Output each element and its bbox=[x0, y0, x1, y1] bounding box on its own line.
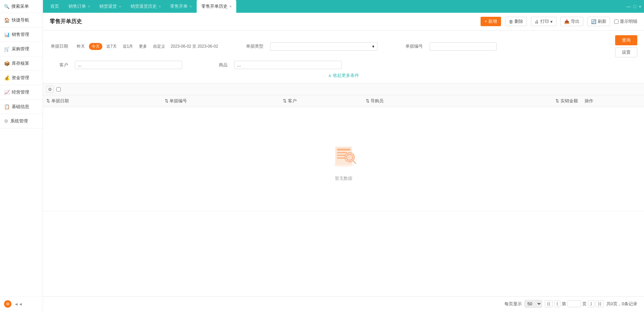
col-action: 操作 bbox=[581, 95, 644, 107]
customer-filter-label: 客户 bbox=[50, 62, 68, 68]
sidebar-item-label: 销售管理 bbox=[12, 32, 29, 38]
sort-icon[interactable]: ⇅ bbox=[366, 98, 369, 103]
empty-state: 暂无数据 bbox=[46, 110, 641, 208]
tab-sales-return-label: 销货退货 bbox=[99, 3, 117, 9]
sidebar-item-basic-info[interactable]: 📋 基础信息 bbox=[0, 100, 43, 114]
date-btn-custom[interactable]: 自定义 bbox=[151, 43, 167, 50]
tab-sales-order[interactable]: 销售订单 × bbox=[64, 0, 95, 13]
tab-bar: 首页 销售订单 × 销货退货 × 销货退货历史 × 零售开单 × 零售开单历史 … bbox=[43, 0, 644, 13]
tab-sales-return-history[interactable]: 销货退货历史 × bbox=[126, 0, 165, 13]
sort-icon[interactable]: ⇅ bbox=[283, 98, 287, 103]
sidebar-item-sales-mgmt[interactable]: 📊 销售管理 bbox=[0, 28, 43, 42]
sidebar-item-quick-nav[interactable]: 🏠 快捷导航 bbox=[0, 13, 43, 28]
sidebar-item-finance[interactable]: 💰 资金管理 bbox=[0, 71, 43, 85]
inventory-icon: 📦 bbox=[4, 61, 10, 66]
home-icon: 🏠 bbox=[4, 17, 10, 23]
sort-icon[interactable]: ⇅ bbox=[555, 98, 559, 103]
print-icon: 🖨 bbox=[535, 19, 539, 24]
sidebar-search[interactable]: 🔍 搜索采单 bbox=[0, 0, 43, 13]
filter-area: 单据日期 昨天 今天 近7天 近1月 更多 自定义 2023-06-02 至 2… bbox=[43, 31, 644, 84]
purchase-icon: 🛒 bbox=[4, 46, 10, 52]
per-page-label: 每页显示 bbox=[504, 301, 522, 307]
last-page-button[interactable]: ⟩⟩ bbox=[596, 300, 604, 307]
add-button[interactable]: + 新增 bbox=[481, 17, 501, 26]
select-all-checkbox[interactable] bbox=[56, 87, 61, 92]
page-total: 共0页，0条记录 bbox=[606, 301, 637, 307]
svg-rect-2 bbox=[337, 149, 350, 151]
query-button[interactable]: 查询 bbox=[615, 35, 637, 45]
sidebar-bottom: ⚙ ◄◄ bbox=[0, 297, 43, 311]
svg-rect-5 bbox=[337, 157, 345, 159]
table-settings-icon[interactable]: ⚙ bbox=[46, 86, 54, 93]
goods-filter-select[interactable]: ... bbox=[234, 61, 342, 69]
sales-icon: 📊 bbox=[4, 32, 10, 37]
collapse-filter-label: 收起更多条件 bbox=[333, 72, 359, 79]
restore-button[interactable]: □ bbox=[634, 4, 636, 9]
goods-select-value: ... bbox=[237, 62, 241, 67]
date-filter-label: 单据日期 bbox=[50, 43, 68, 49]
tab-retail-open-history-close[interactable]: × bbox=[230, 4, 232, 8]
tab-retail-open[interactable]: 零售开单 × bbox=[165, 0, 196, 13]
refresh-icon: 🔄 bbox=[591, 19, 596, 24]
settings-button[interactable]: ⚙ bbox=[4, 300, 11, 308]
display-detail-input[interactable] bbox=[614, 19, 618, 24]
date-btn-yesterday[interactable]: 昨天 bbox=[75, 43, 87, 50]
sidebar-item-label: 库存核算 bbox=[12, 60, 29, 66]
export-button[interactable]: 📤 导出 bbox=[560, 17, 583, 26]
close-button[interactable]: × bbox=[639, 4, 641, 9]
display-detail-checkbox[interactable]: 显示明细 bbox=[614, 18, 637, 24]
date-btn-today[interactable]: 今天 bbox=[89, 43, 102, 50]
tab-sales-order-close[interactable]: × bbox=[88, 4, 90, 8]
date-btn-1month[interactable]: 近1月 bbox=[121, 43, 135, 50]
sidebar-item-purchase-mgmt[interactable]: 🛒 采购管理 bbox=[0, 42, 43, 56]
refresh-button[interactable]: 🔄 刷新 bbox=[587, 17, 610, 26]
tab-sales-order-label: 销售订单 bbox=[68, 3, 86, 9]
col-number: ⇅ 单据编号 bbox=[161, 95, 280, 107]
sidebar-item-label: 快捷导航 bbox=[12, 17, 29, 23]
type-select-arrow: ▾ bbox=[372, 44, 375, 49]
page-suffix-label: 页 bbox=[582, 301, 587, 307]
sidebar-item-inventory[interactable]: 📦 库存核算 bbox=[0, 56, 43, 71]
tab-retail-open-history[interactable]: 零售开单历史 × bbox=[197, 0, 236, 13]
filter-row-2: 客户 ... 商品 ... bbox=[50, 61, 637, 69]
tab-home-label: 首页 bbox=[50, 3, 59, 9]
tab-retail-open-close[interactable]: × bbox=[190, 4, 192, 8]
tab-sales-return-close[interactable]: × bbox=[119, 4, 121, 8]
pagination: 每页显示 50 100 200 ⟨⟨ ⟨ 第 1 页 ⟩ ⟩⟩ 共0页，0条记录 bbox=[43, 296, 644, 311]
sidebar-item-sys-mgmt[interactable]: ⚙ 系统管理 bbox=[0, 114, 43, 128]
customer-filter-select[interactable]: ... bbox=[75, 61, 182, 69]
setting-button[interactable]: 设置 bbox=[615, 47, 637, 57]
table-body: 暂无数据 bbox=[43, 107, 644, 211]
per-page-select[interactable]: 50 100 200 bbox=[525, 300, 542, 308]
next-page-button[interactable]: ⟩ bbox=[588, 300, 594, 307]
collapse-filter-button[interactable]: ∧ 收起更多条件 bbox=[328, 72, 359, 79]
minimize-button[interactable]: — bbox=[627, 4, 631, 9]
tab-sales-return[interactable]: 销货退货 × bbox=[95, 0, 126, 13]
empty-state-row: 暂无数据 bbox=[43, 107, 644, 211]
page-nav: ⟨⟨ ⟨ 第 1 页 ⟩ ⟩⟩ bbox=[545, 300, 604, 307]
sidebar-item-business[interactable]: 📈 经营管理 bbox=[0, 85, 43, 100]
goods-filter-label: 商品 bbox=[209, 62, 228, 68]
page-number-input[interactable]: 1 bbox=[567, 300, 581, 307]
delete-button[interactable]: 🗑 删除 bbox=[505, 17, 527, 26]
first-page-button[interactable]: ⟨⟨ bbox=[545, 300, 553, 307]
tab-home[interactable]: 首页 bbox=[46, 0, 64, 13]
tab-sales-return-history-close[interactable]: × bbox=[159, 4, 161, 8]
type-filter-select[interactable]: ▾ bbox=[270, 42, 378, 51]
tab-retail-open-label: 零售开单 bbox=[170, 3, 188, 9]
toolbar: + 新增 🗑 删除 🖨 打印 ▾ 📤 导出 🔄 刷新 显示明细 bbox=[481, 17, 637, 26]
sort-icon[interactable]: ⇅ bbox=[46, 98, 50, 103]
export-icon: 📤 bbox=[564, 19, 569, 24]
collapse-bar: ∧ 收起更多条件 bbox=[50, 72, 637, 81]
prev-page-button[interactable]: ⟨ bbox=[554, 300, 560, 307]
number-filter-input[interactable] bbox=[430, 42, 497, 51]
table-toolbar: ⚙ bbox=[43, 84, 644, 95]
sidebar-item-label: 系统管理 bbox=[10, 118, 28, 124]
date-btn-more[interactable]: 更多 bbox=[137, 43, 149, 50]
page-title: 零售开单历史 bbox=[50, 18, 82, 25]
date-btn-7days[interactable]: 近7天 bbox=[104, 43, 119, 50]
sort-icon[interactable]: ⇅ bbox=[165, 98, 168, 103]
sidebar-collapse-button[interactable]: ◄◄ bbox=[14, 302, 23, 307]
print-button[interactable]: 🖨 打印 ▾ bbox=[531, 17, 556, 26]
table-header: ⇅ 单据日期 ⇅ 单据编号 ⇅ 客户 ⇅ 导购员 bbox=[43, 95, 644, 107]
